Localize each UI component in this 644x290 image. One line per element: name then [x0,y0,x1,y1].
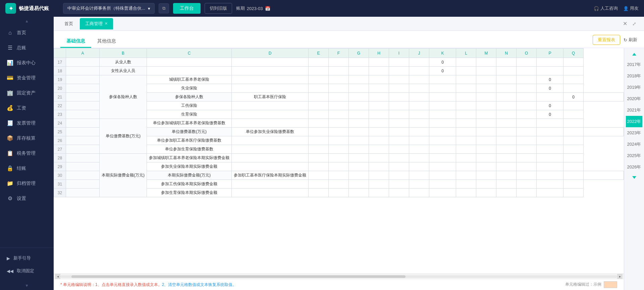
cell-m[interactable] [476,75,496,84]
cell-a[interactable] [66,145,100,154]
cell-d[interactable] [232,189,309,197]
cell-l[interactable] [456,145,476,154]
cell-l[interactable] [456,101,476,110]
cell-p[interactable]: 0 [537,75,564,84]
cell-g[interactable] [349,58,369,67]
tab-commerce[interactable]: 工商管理 ✕ [80,18,113,29]
year-item-2021[interactable]: 2021年 [626,104,643,116]
cell-l[interactable] [476,93,496,101]
cell-d[interactable] [232,162,309,171]
cell-l[interactable] [456,180,476,189]
sub-tab-basic[interactable]: 基础信息 [60,35,91,48]
cell-e[interactable] [329,93,349,101]
cell-o[interactable] [517,101,537,110]
year-panel-up-arrow[interactable] [624,50,644,59]
cell-a[interactable] [66,154,100,162]
cell-f[interactable] [329,145,349,154]
year-panel-down-arrow[interactable] [624,173,644,182]
cell-m[interactable] [476,180,496,189]
cell-i[interactable] [389,189,409,197]
cell-a[interactable] [66,171,100,180]
cell-j[interactable] [429,171,456,180]
company-selector[interactable]: 中审众环会计师事务所（特殊普通合伙... ▾ [63,3,155,14]
cell-g[interactable] [349,189,369,197]
sidebar-item-tax[interactable]: 📋税务管理 [0,146,54,161]
cell-g[interactable] [349,75,369,84]
cell-p[interactable] [564,128,584,136]
sidebar-item-invoice[interactable]: 🧾发票管理 [0,116,54,131]
cell-m[interactable] [476,67,496,75]
year-item-2023[interactable]: 2023年 [626,127,643,139]
cell-l[interactable] [456,75,476,84]
year-item-2022[interactable]: 2022年 [626,116,643,127]
year-item-2018[interactable]: 2018年 [626,70,643,82]
cell-p[interactable] [537,67,564,75]
cell-j[interactable] [409,119,429,128]
cell-m[interactable] [476,110,496,119]
cell-b[interactable]: 本期实际缴费金额(万元) [147,171,232,180]
cell-m[interactable] [476,119,496,128]
cell-f[interactable] [329,101,349,110]
cell-k[interactable] [456,128,476,136]
cell-q[interactable] [584,171,624,180]
cell-d[interactable] [232,119,309,128]
cell-e[interactable] [309,154,329,162]
cell-e[interactable] [309,145,329,154]
cell-m[interactable] [476,101,496,110]
cell-b[interactable]: 参保各险种人数 [100,75,147,119]
cell-p[interactable] [564,171,584,180]
cell-m[interactable] [476,145,496,154]
cell-g[interactable] [349,110,369,119]
cell-e[interactable] [309,101,329,110]
cell-k[interactable] [429,110,456,119]
cell-i[interactable] [389,162,409,171]
cell-e[interactable] [309,67,329,75]
cell-i[interactable] [409,93,429,101]
cell-c[interactable]: 单位参加城镇职工基本养老保险缴费基数 [147,119,232,128]
cell-a[interactable] [66,84,100,93]
cell-f[interactable] [329,110,349,119]
cell-n[interactable] [496,67,517,75]
workbench-button[interactable]: 工作台 [173,3,201,14]
cell-h[interactable] [389,171,409,180]
cell-h[interactable] [369,58,389,67]
cell-a[interactable] [66,93,100,101]
cell-o[interactable] [517,110,537,119]
cell-i[interactable] [389,67,409,75]
cell-f[interactable] [329,119,349,128]
cell-o[interactable] [537,171,564,180]
cell-q[interactable] [584,93,624,101]
cell-k[interactable]: 0 [429,58,456,67]
cell-n[interactable] [496,110,517,119]
cell-n[interactable] [496,75,517,84]
cell-n[interactable] [496,136,517,145]
cell-c[interactable]: 城镇职工基本养老保险 [147,75,232,84]
cell-f[interactable] [329,180,349,189]
cell-a[interactable] [66,128,100,136]
cell-m[interactable] [476,154,496,162]
cell-a[interactable] [66,119,100,128]
tab-home[interactable]: 首页 [59,18,78,29]
sidebar-item-close[interactable]: 🔒结账 [0,161,54,176]
cell-c[interactable] [147,58,232,67]
cell-i[interactable] [389,58,409,67]
cell-h[interactable] [369,110,389,119]
sidebar-item-archive[interactable]: 📁归档管理 [0,176,54,191]
cell-e[interactable] [309,110,329,119]
cell-b[interactable]: 参保各险种人数 [147,93,232,101]
cell-n[interactable] [496,162,517,171]
cell-g[interactable] [349,84,369,93]
cell-i[interactable] [389,75,409,84]
cell-g[interactable] [349,154,369,162]
cell-i[interactable] [389,101,409,110]
cell-o[interactable] [517,84,537,93]
window-expand-button[interactable]: ⤢ [630,19,639,28]
cell-j[interactable] [429,128,456,136]
cell-a[interactable] [66,162,100,171]
cell-m[interactable] [476,84,496,93]
cell-i[interactable] [409,128,429,136]
cell-p[interactable] [537,136,564,145]
cell-i[interactable] [389,145,409,154]
cell-e[interactable] [309,58,329,67]
cell-h[interactable] [389,93,409,101]
